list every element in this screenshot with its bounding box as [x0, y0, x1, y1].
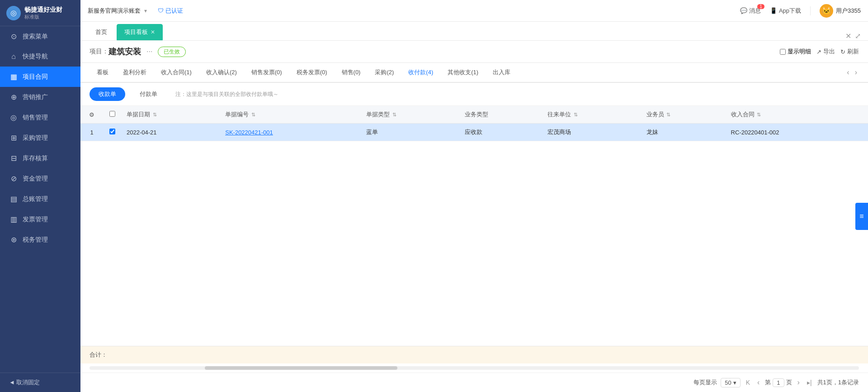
sidebar-item-sales[interactable]: ◎ 销售管理	[0, 107, 80, 128]
pagination: 每页显示 50 ▾ K ‹ 第 1 页 › ▸| 共1页，1条记录	[80, 373, 868, 392]
sub-tabs: 看板 盈利分析 收入合同(1) 收入确认(2) 销售发票(0) 税务发票(0) …	[80, 63, 868, 83]
sub-tab-other-expense[interactable]: 其他收支(1)	[440, 63, 486, 83]
window-expand-button[interactable]: ⤢	[855, 32, 861, 40]
th-number: 单据编号 ⇅	[220, 106, 361, 124]
sidebar-item-project-contract[interactable]: ▦ 项目合同	[0, 67, 80, 87]
sort-salesperson-icon[interactable]: ⇅	[666, 112, 670, 117]
page-first-button[interactable]: K	[744, 378, 752, 387]
sub-tab-profit[interactable]: 盈利分析	[116, 63, 154, 83]
show-detail-input[interactable]	[780, 49, 786, 55]
marketing-icon: ⊕	[9, 93, 18, 101]
tab-project-board[interactable]: 项目看板 ✕	[117, 24, 163, 40]
project-status-badge: 已生效	[158, 47, 186, 57]
horizontal-scrollbar[interactable]	[80, 363, 868, 373]
sub-tab-receipt[interactable]: 收付款(4)	[401, 63, 440, 83]
sidebar-unpin-button[interactable]: ◄ 取消固定	[0, 373, 80, 392]
sub-tab-tax-invoice[interactable]: 税务发票(0)	[289, 63, 335, 83]
td-salesperson: 龙妹	[641, 124, 726, 141]
page-next-button[interactable]: ›	[796, 378, 802, 387]
select-all-checkbox[interactable]	[109, 111, 115, 117]
sub-tabs-prev[interactable]: ‹	[845, 67, 851, 78]
side-panel-button[interactable]: ≡	[855, 203, 868, 230]
sidebar-item-search-menu[interactable]: ⊙ 搜索菜单	[0, 26, 80, 47]
user-menu[interactable]: 🐱 用户3355	[820, 4, 861, 18]
side-panel-icon: ≡	[859, 212, 863, 220]
account-name: 新服务官网演示账套	[88, 7, 141, 15]
sidebar-item-capital[interactable]: ⊘ 资金管理	[0, 168, 80, 189]
table-total: 合计：	[80, 346, 868, 363]
th-check[interactable]	[103, 106, 121, 124]
sub-tab-sales-invoice[interactable]: 销售发票(0)	[244, 63, 289, 83]
project-header: 项目： 建筑安装 ··· 已生效 显示明细 ↗ 导出 ↻ 刷新	[80, 41, 868, 63]
window-close-button[interactable]: ✕	[845, 32, 851, 40]
inner-tab-payment-bill[interactable]: 付款单	[131, 87, 166, 101]
phone-icon: 📱	[770, 7, 777, 14]
table-row: 1 2022-04-21 SK-20220421-001 蓝单 应收款 宏茂商场	[80, 124, 868, 141]
topbar-left: 新服务官网演示账套 ▾ 🛡 已认证	[88, 7, 183, 15]
tax-icon: ⊛	[9, 235, 18, 244]
sidebar-item-marketing[interactable]: ⊕ 营销推广	[0, 87, 80, 107]
inner-tab-receipt-bill[interactable]: 收款单	[90, 87, 125, 101]
main-inner: 项目： 建筑安装 ··· 已生效 显示明细 ↗ 导出 ↻ 刷新	[80, 41, 868, 392]
message-badge: 1	[757, 4, 764, 9]
per-page-select[interactable]: 50 ▾	[721, 378, 740, 387]
row-checkbox[interactable]	[109, 129, 115, 134]
scrollbar-track[interactable]	[90, 366, 859, 370]
account-dropdown-icon[interactable]: ▾	[144, 8, 147, 14]
sort-type-icon[interactable]: ⇅	[392, 112, 396, 117]
table-wrap[interactable]: ⚙ 单据日期 ⇅ 单据编号 ⇅	[80, 106, 868, 346]
sub-tab-purchase[interactable]: 采购(2)	[368, 63, 401, 83]
show-detail-checkbox[interactable]: 显示明细	[780, 48, 811, 56]
project-prefix: 项目：	[90, 48, 108, 56]
app-download-button[interactable]: 📱 App下载	[770, 7, 801, 15]
sub-tab-income-contract[interactable]: 收入合同(1)	[154, 63, 199, 83]
sales-icon: ◎	[9, 113, 18, 122]
sub-tabs-next[interactable]: ›	[853, 67, 859, 78]
logo-text: 畅捷通好业财 标准版	[24, 5, 62, 20]
export-button[interactable]: ↗ 导出	[816, 48, 835, 56]
capital-icon: ⊘	[9, 174, 18, 183]
project-icon: ▦	[9, 72, 18, 81]
page-prev-button[interactable]: ‹	[755, 378, 761, 387]
invoice-icon: ▥	[9, 215, 18, 224]
sub-tabs-nav: ‹ ›	[845, 67, 859, 78]
tab-home[interactable]: 首页	[88, 24, 115, 40]
tab-close-icon[interactable]: ✕	[151, 29, 155, 35]
sidebar-item-purchase[interactable]: ⊞ 采购管理	[0, 128, 80, 148]
sort-income-contract-icon[interactable]: ⇅	[757, 112, 761, 117]
sub-tab-kanban[interactable]: 看板	[90, 63, 116, 83]
sub-tab-inout[interactable]: 出入库	[486, 63, 518, 83]
project-actions: 显示明细 ↗ 导出 ↻ 刷新	[780, 48, 859, 56]
project-more-button[interactable]: ···	[146, 48, 152, 56]
sub-tab-sales[interactable]: 销售(0)	[335, 63, 368, 83]
page-info: 第 1 页	[765, 378, 792, 387]
td-number[interactable]: SK-20220421-001	[220, 124, 361, 141]
sidebar-item-inventory[interactable]: ⊟ 库存核算	[0, 148, 80, 168]
th-date: 单据日期 ⇅	[121, 106, 220, 124]
sidebar-item-ledger[interactable]: ▤ 总账管理	[0, 189, 80, 209]
th-settings[interactable]: ⚙	[80, 106, 103, 124]
search-menu-icon: ⊙	[9, 32, 18, 41]
settings-icon[interactable]: ⚙	[89, 111, 94, 118]
sort-date-icon[interactable]: ⇅	[153, 112, 157, 117]
sidebar-item-tax[interactable]: ⊛ 税务管理	[0, 229, 80, 250]
certified-badge: 🛡 已认证	[158, 7, 183, 15]
sort-number-icon[interactable]: ⇅	[251, 112, 255, 117]
page-last-button[interactable]: ▸|	[805, 378, 814, 387]
message-icon: 💬	[740, 7, 747, 14]
refresh-button[interactable]: ↻ 刷新	[840, 48, 859, 56]
sub-tab-income-confirm[interactable]: 收入确认(2)	[199, 63, 244, 83]
sidebar-item-quick-nav[interactable]: ⌂ 快捷导航	[0, 47, 80, 67]
project-title-area: 项目： 建筑安装 ··· 已生效	[90, 46, 186, 57]
td-type: 蓝单	[361, 124, 459, 141]
th-biz-type: 业务类型	[459, 106, 542, 124]
user-name: 用户3355	[836, 7, 861, 15]
td-seq: 1	[80, 124, 103, 141]
scrollbar-thumb[interactable]	[205, 366, 397, 370]
sort-partner-icon[interactable]: ⇅	[574, 112, 578, 117]
sidebar-item-invoice[interactable]: ▥ 发票管理	[0, 209, 80, 229]
th-salesperson: 业务员 ⇅	[641, 106, 726, 124]
message-button[interactable]: 💬 消息 1	[740, 7, 761, 15]
td-check[interactable]	[103, 124, 121, 141]
topbar: 新服务官网演示账套 ▾ 🛡 已认证 💬 消息 1 📱 App下载 🐱 用户335…	[80, 0, 868, 22]
